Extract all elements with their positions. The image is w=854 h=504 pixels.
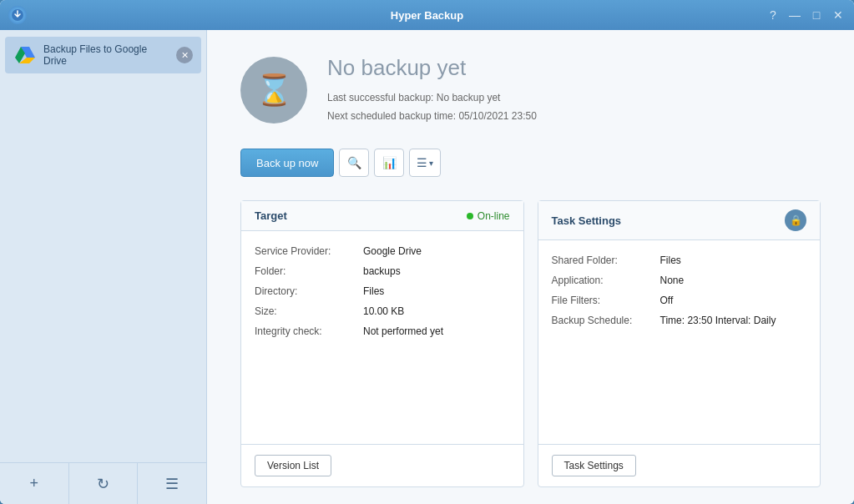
sidebar-items: Backup Files to Google Drive ✕ bbox=[0, 30, 206, 462]
value-integrity: Not performed yet bbox=[363, 325, 443, 337]
value-size: 10.00 KB bbox=[363, 305, 404, 317]
window-title: Hyper Backup bbox=[391, 9, 463, 22]
version-list-button[interactable]: Version List bbox=[255, 455, 331, 476]
label-service-provider: Service Provider: bbox=[255, 245, 363, 257]
label-integrity: Integrity check: bbox=[255, 325, 363, 337]
target-card-body: Service Provider: Google Drive Folder: b… bbox=[241, 231, 523, 444]
search-button[interactable]: 🔍 bbox=[339, 149, 369, 177]
maximize-button[interactable]: □ bbox=[809, 8, 824, 23]
backup-now-button[interactable]: Back up now bbox=[240, 149, 334, 177]
table-row: Size: 10.00 KB bbox=[255, 301, 510, 321]
hourglass-icon: ⌛ bbox=[255, 73, 293, 108]
task-card-body: Shared Folder: Files Application: None F… bbox=[538, 240, 821, 444]
backup-title: No backup yet bbox=[327, 55, 821, 81]
sidebar-item-label: Backup Files to Google Drive bbox=[43, 43, 169, 67]
table-row: Directory: Files bbox=[255, 281, 510, 301]
main-window: Hyper Backup ? — □ ✕ Backup Files t bbox=[0, 0, 854, 504]
table-row: Service Provider: Google Drive bbox=[255, 241, 510, 261]
log-icon: ☰ bbox=[165, 475, 179, 493]
target-status: On-line bbox=[467, 210, 510, 222]
main-content: ⌛ No backup yet Last successful backup: … bbox=[207, 30, 854, 504]
sidebar: Backup Files to Google Drive ✕ + ↻ ☰ bbox=[0, 30, 207, 504]
add-backup-button[interactable]: + bbox=[0, 463, 69, 504]
task-settings-button[interactable]: Task Settings bbox=[552, 455, 636, 476]
table-row: File Filters: Off bbox=[552, 290, 807, 310]
close-button[interactable]: ✕ bbox=[831, 8, 846, 23]
value-file-filters: Off bbox=[660, 295, 674, 306]
details-grid: Target On-line Service Provider: Google … bbox=[240, 200, 821, 487]
target-card-header: Target On-line bbox=[241, 201, 523, 231]
label-shared-folder: Shared Folder: bbox=[552, 255, 660, 266]
google-drive-icon bbox=[13, 43, 37, 67]
table-row: Application: None bbox=[552, 270, 807, 290]
value-service-provider: Google Drive bbox=[363, 245, 422, 257]
sidebar-item-gdrive[interactable]: Backup Files to Google Drive ✕ bbox=[5, 37, 201, 73]
target-card-title: Target bbox=[255, 209, 287, 222]
window-controls: ? — □ ✕ bbox=[766, 8, 846, 23]
app-logo bbox=[8, 6, 27, 24]
lock-icon: 🔒 bbox=[790, 214, 802, 226]
log-button[interactable]: ☰ bbox=[138, 463, 206, 504]
sidebar-item-remove-btn[interactable]: ✕ bbox=[176, 47, 193, 63]
value-shared-folder: Files bbox=[660, 255, 681, 266]
label-file-filters: File Filters: bbox=[552, 295, 660, 306]
add-icon: + bbox=[30, 475, 39, 492]
table-row: Backup Schedule: Time: 23:50 Interval: D… bbox=[552, 310, 807, 330]
toolbar: Back up now 🔍 📊 ☰ ▾ bbox=[240, 149, 821, 177]
chart-icon: 📊 bbox=[382, 156, 397, 169]
stats-button[interactable]: 📊 bbox=[374, 149, 404, 177]
table-row: Integrity check: Not performed yet bbox=[255, 321, 510, 341]
task-settings-card: Task Settings 🔒 Shared Folder: Files App… bbox=[538, 200, 821, 487]
minimize-button[interactable]: — bbox=[787, 8, 802, 23]
lock-settings-button[interactable]: 🔒 bbox=[785, 209, 806, 231]
label-backup-schedule: Backup Schedule: bbox=[552, 315, 660, 326]
value-folder: backups bbox=[363, 265, 401, 277]
titlebar: Hyper Backup ? — □ ✕ bbox=[0, 0, 854, 30]
label-directory: Directory: bbox=[255, 285, 363, 297]
status-label: On-line bbox=[478, 210, 510, 222]
help-button[interactable]: ? bbox=[766, 8, 781, 23]
label-application: Application: bbox=[552, 275, 660, 286]
next-backup-text: Next scheduled backup time: 05/10/2021 2… bbox=[327, 108, 821, 126]
backup-info: No backup yet Last successful backup: No… bbox=[327, 55, 821, 125]
task-card-header: Task Settings 🔒 bbox=[538, 201, 821, 240]
value-directory: Files bbox=[363, 285, 384, 297]
label-folder: Folder: bbox=[255, 265, 363, 277]
value-application: None bbox=[660, 275, 685, 286]
history-icon: ↻ bbox=[97, 475, 109, 493]
menu-icon: ☰ bbox=[417, 156, 427, 169]
history-button[interactable]: ↻ bbox=[69, 463, 139, 504]
backup-status-icon: ⌛ bbox=[240, 57, 307, 123]
target-card-footer: Version List bbox=[241, 444, 523, 486]
sidebar-footer: + ↻ ☰ bbox=[0, 462, 206, 504]
last-backup-text: Last successful backup: No backup yet bbox=[327, 89, 821, 108]
table-row: Shared Folder: Files bbox=[552, 250, 807, 270]
more-options-button[interactable]: ☰ ▾ bbox=[409, 149, 441, 177]
table-row: Folder: backups bbox=[255, 261, 510, 281]
value-backup-schedule: Time: 23:50 Interval: Daily bbox=[660, 315, 776, 326]
search-icon: 🔍 bbox=[347, 156, 361, 169]
status-dot bbox=[467, 213, 473, 219]
content-area: Backup Files to Google Drive ✕ + ↻ ☰ bbox=[0, 30, 854, 504]
target-card: Target On-line Service Provider: Google … bbox=[240, 200, 524, 487]
dropdown-arrow-icon: ▾ bbox=[429, 159, 433, 168]
label-size: Size: bbox=[255, 305, 363, 317]
task-card-footer: Task Settings bbox=[538, 444, 821, 486]
task-card-title: Task Settings bbox=[552, 214, 622, 227]
backup-header: ⌛ No backup yet Last successful backup: … bbox=[240, 55, 821, 125]
